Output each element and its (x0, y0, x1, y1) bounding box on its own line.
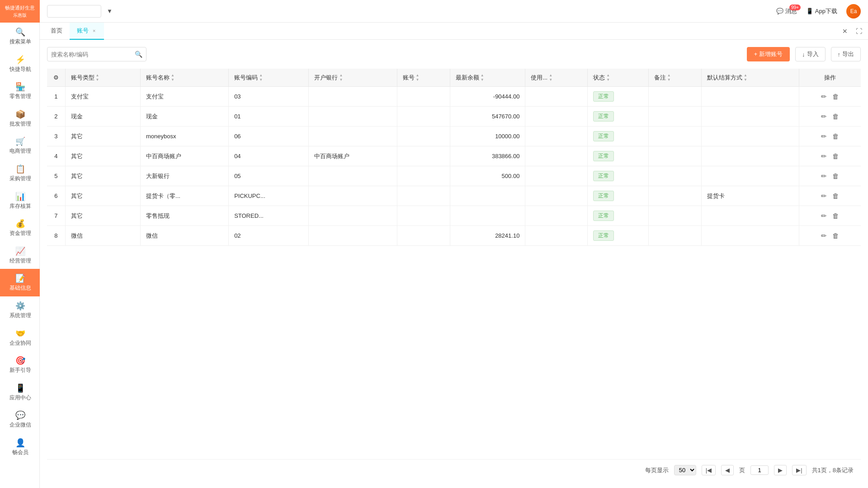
sidebar-label-app-center: 应用中心 (9, 394, 31, 402)
col-settings[interactable]: ⚙ (47, 69, 65, 87)
edit-button-6[interactable]: ✏ (819, 211, 829, 221)
header-dropdown[interactable]: ▼ (107, 8, 113, 14)
col-balance: 最新余额 ▲▼ (450, 69, 525, 87)
sidebar-icon-inventory: 📊 (15, 192, 25, 202)
cell-remark-6 (648, 206, 701, 226)
col-status-sort[interactable]: 状态 ▲▼ (593, 73, 642, 82)
col-usage-sort[interactable]: 使用... ▲▼ (531, 73, 582, 82)
edit-button-4[interactable]: ✏ (819, 171, 829, 181)
col-action: 操作 (799, 69, 861, 87)
sidebar-item-enterprise-agreement[interactable]: 🤝 企业协同 (0, 324, 40, 352)
cell-code-0: 03 (229, 87, 309, 107)
sidebar-icon-wholesale-mgmt: 📦 (15, 109, 25, 119)
col-name-sort[interactable]: 账号名称 ▲▼ (146, 73, 223, 82)
import-button[interactable]: ↓ 导入 (795, 47, 826, 61)
cell-remark-3 (648, 146, 701, 166)
col-default-settle-sort[interactable]: 默认结算方式 ▲▼ (707, 73, 793, 82)
delete-button-2[interactable]: 🗑 (830, 131, 841, 141)
page-prev-button[interactable]: ◀ (721, 465, 734, 475)
import-label: 导入 (807, 50, 819, 58)
cell-name-3: 中百商场账户 (141, 146, 229, 166)
edit-button-3[interactable]: ✏ (819, 151, 829, 161)
delete-button-3[interactable]: 🗑 (830, 151, 841, 161)
sidebar-item-search-menu[interactable]: 🔍 搜索菜单 (0, 23, 40, 50)
column-settings-icon[interactable]: ⚙ (53, 74, 59, 81)
page-first-button[interactable]: |◀ (702, 465, 716, 475)
sidebar-item-basic-info[interactable]: 📝 基础信息 (0, 269, 40, 296)
cell-action-5: ✏ 🗑 (799, 186, 861, 206)
edit-button-5[interactable]: ✏ (819, 191, 829, 201)
per-page-label: 每页显示 (645, 466, 669, 474)
sidebar-item-member[interactable]: 👤 畅会员 (0, 433, 40, 461)
cell-account-5 (397, 186, 450, 206)
sidebar-item-sys-mgmt[interactable]: ⚙️ 系统管理 (0, 296, 40, 324)
sidebar-item-ecommerce-mgmt[interactable]: 🛒 电商管理 (0, 132, 40, 160)
sidebar-item-quick-nav[interactable]: ⚡ 快捷导航 (0, 50, 40, 78)
sidebar-item-inventory[interactable]: 📊 库存核算 (0, 187, 40, 215)
delete-button-1[interactable]: 🗑 (830, 112, 841, 121)
cell-bank-6 (309, 206, 397, 226)
tab-close-all-button[interactable]: ✕ (840, 27, 850, 36)
delete-button-7[interactable]: 🗑 (830, 231, 841, 240)
search-input[interactable] (51, 51, 135, 58)
app-logo[interactable]: 畅捷通好生意 乐惠版 (0, 0, 40, 23)
header-search-input[interactable] (47, 5, 101, 18)
export-button[interactable]: ↑ 导出 (831, 47, 861, 61)
sidebar-item-purchase-mgmt[interactable]: 📋 采购管理 (0, 160, 40, 187)
sidebar-icon-sys-mgmt: ⚙️ (15, 301, 25, 311)
col-type-sort[interactable]: 账号类型 ▲▼ (71, 73, 135, 82)
phone-icon: 📱 (806, 8, 813, 14)
page-size-select[interactable]: 50 (674, 465, 696, 475)
col-account-sort[interactable]: 账号 ▲▼ (403, 73, 444, 82)
cell-no-2: 3 (47, 127, 65, 146)
delete-button-6[interactable]: 🗑 (830, 211, 841, 221)
cell-usage-6 (525, 206, 588, 226)
edit-button-2[interactable]: ✏ (819, 131, 829, 141)
message-button[interactable]: 💬 消息 99+ (776, 7, 797, 15)
edit-button-1[interactable]: ✏ (819, 112, 829, 122)
col-balance-sort[interactable]: 最新余额 ▲▼ (456, 73, 520, 82)
sidebar-item-new-guide[interactable]: 🎯 新手引导 (0, 351, 40, 379)
app-logo-text: 畅捷通好生意 乐惠版 (5, 5, 35, 18)
cell-balance-6 (450, 206, 525, 226)
page-last-button[interactable]: ▶| (792, 465, 806, 475)
page-next-button[interactable]: ▶ (774, 465, 787, 475)
add-account-button[interactable]: + 新增账号 (747, 47, 790, 61)
cell-type-5: 其它 (65, 186, 141, 206)
cell-balance-2: 10000.00 (450, 127, 525, 146)
cell-name-6: 零售抵现 (141, 206, 229, 226)
tab-account[interactable]: 账号 × (70, 23, 104, 40)
sidebar-item-retail-mgmt[interactable]: 🏪 零售管理 (0, 77, 40, 105)
col-account: 账号 ▲▼ (397, 69, 450, 87)
search-icon[interactable]: 🔍 (135, 51, 142, 58)
sidebar-item-finance-mgmt[interactable]: 💰 资金管理 (0, 214, 40, 242)
tab-account-label: 账号 (77, 27, 89, 35)
tab-account-close[interactable]: × (91, 28, 97, 34)
col-remark-sort[interactable]: 备注 ▲▼ (654, 73, 696, 82)
edit-button-7[interactable]: ✏ (819, 231, 829, 241)
sidebar-label-ops-mgmt: 经营管理 (9, 258, 31, 265)
tab-home[interactable]: 首页 (43, 23, 70, 40)
col-code-sort[interactable]: 账号编码 ▲▼ (234, 73, 303, 82)
sidebar-item-app-center[interactable]: 📱 应用中心 (0, 379, 40, 406)
app-download-button[interactable]: 📱 App下载 (806, 7, 837, 15)
cell-usage-4 (525, 166, 588, 186)
sidebar-item-enterprise-wechat[interactable]: 💬 企业微信 (0, 406, 40, 433)
col-bank-sort[interactable]: 开户银行 ▲▼ (314, 73, 391, 82)
table-row: 5 其它 大新银行 05 500.00 正常 ✏ 🗑 (47, 166, 861, 186)
tab-fullscreen-button[interactable]: ⛶ (854, 27, 864, 36)
cell-code-1: 01 (229, 107, 309, 127)
sidebar-label-search-menu: 搜索菜单 (9, 38, 31, 46)
cell-remark-4 (648, 166, 701, 186)
avatar[interactable]: Ea (846, 4, 861, 19)
delete-button-4[interactable]: 🗑 (830, 171, 841, 181)
edit-button-0[interactable]: ✏ (819, 92, 829, 102)
page-number-input[interactable] (750, 465, 769, 475)
sidebar-label-quick-nav: 快捷导航 (9, 66, 31, 73)
sidebar-item-ops-mgmt[interactable]: 📈 经营管理 (0, 242, 40, 269)
delete-button-0[interactable]: 🗑 (830, 92, 841, 101)
delete-button-5[interactable]: 🗑 (830, 191, 841, 201)
sidebar-item-wholesale-mgmt[interactable]: 📦 批发管理 (0, 105, 40, 132)
content-area: 🔍 + 新增账号 ↓ 导入 ↑ 导出 (40, 40, 868, 488)
sidebar-icon-app-center: 📱 (15, 383, 25, 393)
